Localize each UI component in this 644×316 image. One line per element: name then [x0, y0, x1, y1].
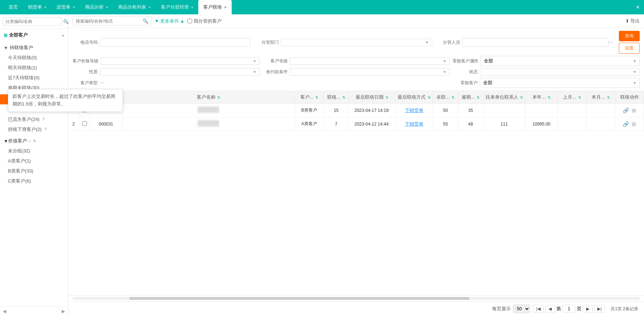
- search-input[interactable]: [76, 19, 143, 24]
- payment-field: 收付款条件 ▼: [263, 68, 450, 76]
- nav-customer-contact[interactable]: 客户联络 ×: [198, 0, 231, 14]
- retail-customer-dropdown-icon: ▼: [633, 81, 636, 85]
- nav-sales-order[interactable]: 销货单 ×: [23, 0, 51, 14]
- sidebar-item-7days[interactable]: 近7天待联络(0): [0, 73, 68, 83]
- declining-info-icon[interactable]: ?: [44, 127, 47, 132]
- row2-name: [122, 117, 295, 131]
- col-last-date[interactable]: 最后联络日期 ⇅: [349, 91, 395, 104]
- settings-button[interactable]: 设置: [619, 43, 640, 54]
- row1-type: B类客户: [295, 104, 324, 117]
- last-page-button[interactable]: ▶|: [594, 305, 605, 313]
- gender-select[interactable]: ▼: [100, 68, 260, 76]
- sidebar-search-input[interactable]: [3, 17, 62, 26]
- col-customer-name[interactable]: 客户名称 ⇅: [122, 91, 295, 104]
- customer-level-dropdown-icon: ▼: [443, 59, 446, 63]
- per-page-area: 每页显示 50: [492, 305, 530, 313]
- sidebar-prev-icon[interactable]: ◀: [3, 309, 6, 314]
- row1-actions: 🔗 ⊞: [615, 104, 644, 117]
- person-more-icon[interactable]: ···: [608, 39, 613, 46]
- payment-select[interactable]: ▼: [290, 68, 450, 76]
- sidebar-item-tomorrow[interactable]: 明天待联络(1): [0, 63, 68, 73]
- my-customers-check[interactable]: [187, 19, 192, 23]
- query-button[interactable]: 查询: [619, 31, 640, 41]
- pending-contact-title[interactable]: ▼ 待联络客户: [0, 43, 68, 53]
- horizontal-scroll[interactable]: [68, 295, 644, 301]
- col-last-method[interactable]: 最后联络方式 ⇅: [395, 91, 433, 104]
- first-page-button[interactable]: |◀: [533, 305, 544, 313]
- close-product-analysis-list[interactable]: ×: [148, 5, 150, 9]
- row1-last-method[interactable]: 下销货单: [395, 104, 433, 117]
- page-number-input[interactable]: [562, 305, 575, 313]
- value-customers-title[interactable]: ▼ 价值客户 ○ ✎: [0, 136, 68, 146]
- col-contacts-person[interactable]: 往来单位联系人 ⇅: [483, 91, 525, 104]
- chevron-up-icon: ▲: [180, 18, 185, 24]
- prev-page-button[interactable]: ◀: [545, 305, 555, 313]
- col-this-month[interactable]: 本月... ⇅: [587, 91, 615, 104]
- value-circle-icon[interactable]: ○: [28, 138, 31, 144]
- filter-row-3: 性质 ▼ 收付款条件 ▼ 状态: [73, 68, 640, 76]
- close-purchase-order[interactable]: ×: [73, 5, 75, 9]
- search-box: 🔍: [73, 16, 152, 25]
- row2-select[interactable]: [82, 121, 87, 126]
- per-page-select[interactable]: 50: [513, 305, 530, 313]
- phone-input[interactable]: [100, 38, 251, 47]
- row1-overdue: 35: [458, 104, 483, 117]
- window-close-button[interactable]: ×: [636, 4, 640, 11]
- col-customer-type[interactable]: 客户... ⇅: [295, 91, 324, 104]
- sidebar-item-class-b[interactable]: B类客户(33): [0, 166, 68, 176]
- sidebar-item-declining[interactable]: 持续下滑客户(2) ?: [0, 124, 68, 135]
- sidebar-item-class-a[interactable]: A类客户(1): [0, 156, 68, 166]
- value-edit-icon[interactable]: ✎: [33, 138, 37, 144]
- lost-info-icon[interactable]: ?: [42, 117, 45, 122]
- search-icon[interactable]: 🔍: [143, 18, 148, 24]
- filter-icon: ▼: [154, 18, 159, 24]
- sidebar-item-class-c[interactable]: C类客户(6): [0, 176, 68, 186]
- col-last-month[interactable]: 上月... ⇅: [558, 91, 587, 104]
- col-overdue[interactable]: 逾期... ⇅: [458, 91, 483, 104]
- sort-unlinked-icon: ⇅: [451, 95, 454, 99]
- row1-link-icon[interactable]: 🔗: [623, 108, 629, 113]
- nav-customer-segmentation[interactable]: 客户分层经营 ×: [156, 0, 198, 14]
- customer-type-more-icon[interactable]: ···: [100, 80, 105, 86]
- sidebar-collapse-button[interactable]: »: [62, 33, 64, 38]
- table-area: ⚙ 客户编码 ⇅ 客户名称 ⇅ 客户...: [68, 91, 644, 295]
- row2-link-icon[interactable]: 🔗: [623, 121, 629, 127]
- sidebar-all-customers[interactable]: ⊞ 全部客户 »: [0, 29, 68, 41]
- more-conditions-button[interactable]: ▼ 更多条件 ▲: [154, 18, 185, 24]
- row1-contact-count: 15: [324, 104, 349, 117]
- row1-grid-icon[interactable]: ⊞: [632, 108, 636, 113]
- status-select[interactable]: ▼: [480, 68, 640, 76]
- col-this-year[interactable]: 本年... ⇅: [525, 91, 558, 104]
- sidebar-item-lost[interactable]: 已流失客户(24) ?: [0, 114, 68, 124]
- export-icon: ⬆: [625, 18, 629, 24]
- nav-purchase-order[interactable]: 进货单 ×: [51, 0, 80, 14]
- row2-overdue: 48: [458, 117, 483, 131]
- dept-select[interactable]: ▼: [281, 39, 432, 46]
- scroll-thumb[interactable]: [129, 297, 469, 300]
- person-input[interactable]: [462, 38, 608, 47]
- row1-action-icons: 🔗 ⊞: [617, 108, 641, 113]
- next-page-button[interactable]: ▶: [583, 305, 593, 313]
- retail-customer-field: 零散客户 全部 ▼: [453, 78, 640, 88]
- col-unlinked[interactable]: 未联... ⇅: [433, 91, 458, 104]
- nav-product-analysis[interactable]: 商品分析 ×: [80, 0, 113, 14]
- price-level-select[interactable]: ▼: [101, 57, 260, 65]
- retail-attr-select[interactable]: 全部 ▼: [481, 56, 640, 66]
- nav-home[interactable]: 首页: [4, 0, 23, 14]
- close-customer-contact[interactable]: ×: [224, 5, 226, 9]
- nav-product-analysis-list[interactable]: 商品分析列表 ×: [113, 0, 156, 14]
- col-contact-count[interactable]: 联络... ⇅: [324, 91, 349, 104]
- row2-last-method[interactable]: 下销货单: [395, 117, 433, 131]
- dept-dropdown-icon: ▼: [425, 41, 429, 44]
- close-product-analysis[interactable]: ×: [106, 5, 108, 9]
- export-button[interactable]: ⬆ 导出: [625, 18, 640, 24]
- sidebar-item-ungrouped[interactable]: 未分组(32): [0, 146, 68, 156]
- close-customer-segmentation[interactable]: ×: [191, 5, 193, 9]
- close-sales-order[interactable]: ×: [44, 5, 46, 9]
- customer-level-select[interactable]: ▼: [290, 57, 450, 65]
- row2-grid-icon[interactable]: ⊞: [632, 121, 636, 127]
- my-customers-checkbox[interactable]: 我分管的客户: [187, 18, 222, 24]
- sidebar-item-today[interactable]: 今天待联络(0): [0, 53, 68, 63]
- retail-customer-select[interactable]: 全部 ▼: [480, 78, 640, 88]
- sidebar-next-icon[interactable]: ▶: [62, 309, 65, 314]
